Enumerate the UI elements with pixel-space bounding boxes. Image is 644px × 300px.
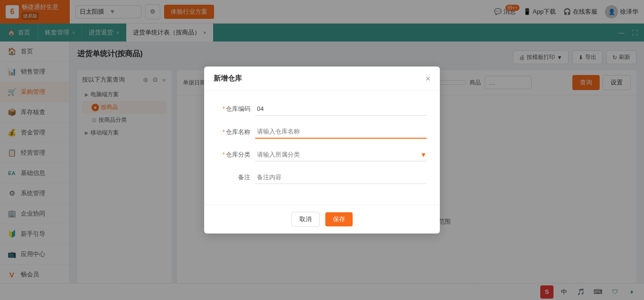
warehouse-category-arrow-icon: ▼ [420, 151, 427, 158]
form-row-code: 仓库编码 [217, 102, 427, 116]
form-row-name: 仓库名称 [217, 125, 427, 139]
modal-title: 新增仓库 [214, 74, 242, 83]
warehouse-code-label: 仓库编码 [217, 105, 255, 113]
modal-body: 仓库编码 仓库名称 仓库分类 ▼ 备注 [204, 91, 440, 205]
warehouse-name-input[interactable] [255, 125, 427, 139]
warehouse-remarks-label: 备注 [217, 173, 255, 182]
modal-header: 新增仓库 × [204, 67, 440, 91]
form-row-remarks: 备注 [217, 171, 427, 184]
modal-overlay[interactable]: 新增仓库 × 仓库编码 仓库名称 仓库分类 ▼ [0, 0, 644, 300]
new-warehouse-modal: 新增仓库 × 仓库编码 仓库名称 仓库分类 ▼ [204, 67, 440, 233]
warehouse-category-select[interactable]: ▼ [255, 148, 427, 161]
warehouse-code-input[interactable] [255, 102, 427, 116]
warehouse-category-input[interactable] [255, 148, 420, 161]
save-button[interactable]: 保存 [325, 212, 353, 226]
form-row-category: 仓库分类 ▼ [217, 148, 427, 161]
modal-close-icon[interactable]: × [425, 75, 430, 83]
warehouse-remarks-input[interactable] [255, 171, 427, 184]
modal-footer: 取消 保存 [204, 205, 440, 233]
cancel-button[interactable]: 取消 [291, 212, 320, 227]
warehouse-name-label: 仓库名称 [217, 128, 255, 136]
warehouse-category-label: 仓库分类 [217, 150, 255, 159]
